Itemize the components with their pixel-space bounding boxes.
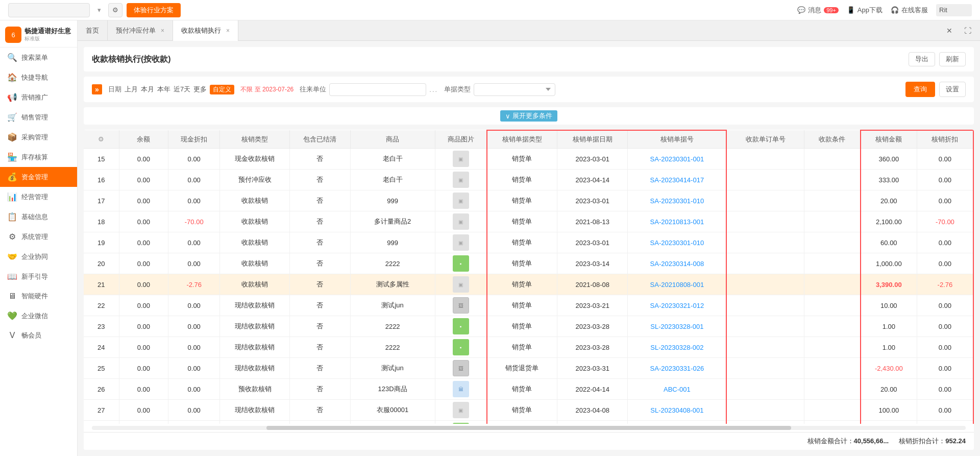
trial-btn[interactable]: 体验行业方案 [127,3,181,17]
date-link-7days[interactable]: 近7天 [174,85,190,94]
sidebar-item-finance[interactable]: 💰 资金管理 [0,167,77,187]
cell-cancel_amount: 60.00 [861,232,917,253]
messages-area[interactable]: 💬 消息 99+ [797,6,839,15]
window-close-btn[interactable]: ✕ [942,23,957,38]
date-custom-btn[interactable]: 自定义 [210,85,234,94]
user-avatar[interactable]: Rit [936,4,972,16]
cell-receipt_order_no [726,379,804,400]
cell-balance: 0.00 [119,316,168,337]
sidebar-item-operation[interactable]: 📊 经营管理 [0,187,77,207]
date-link-this-year[interactable]: 本年 [157,85,170,94]
expand-more-toggle[interactable]: ∨ 展开更多条件 [500,110,557,122]
filter-settings-button[interactable]: 设置 [939,82,966,97]
top-bar-left: ▾ ⚙ 体验行业方案 [8,3,792,17]
tab-prepay[interactable]: 预付冲应付单× [108,20,173,41]
operation-icon: 📊 [7,192,17,202]
cell-cancel_bill_no[interactable]: SA-20230301-010 [628,190,726,211]
main-layout: 6 畅捷通谱好生意 标准版 🔍 搜索菜单 🏠 快捷导航 📢 营销推广 🛒 销售管… [0,20,980,456]
cell-balance: 0.00 [119,358,168,379]
cell-receipt_order_no [726,170,804,190]
unit-dots[interactable]: ... [429,86,438,93]
date-link-last-month[interactable]: 上月 [125,85,138,94]
cell-balance: 0.00 [119,211,168,232]
refresh-button[interactable]: 刷新 [939,52,966,66]
cell-cancel_bill_no[interactable]: SA-20210808-001 [628,274,726,295]
date-link-this-month[interactable]: 本月 [141,85,154,94]
unit-input[interactable] [329,83,426,96]
sidebar-item-nav[interactable]: 🏠 快捷导航 [0,67,77,87]
sidebar-item-marketing[interactable]: 📢 营销推广 [0,87,77,107]
tab-collection[interactable]: 收款核销执行× [173,20,238,41]
tab-close-prepay[interactable]: × [161,27,164,34]
export-button[interactable]: 导出 [909,52,935,66]
sidebar-item-corp[interactable]: 🤝 企业协同 [0,247,77,267]
cell-cancel_bill_no[interactable]: SA-20230321-012 [628,295,726,316]
sidebar-item-system[interactable]: ⚙ 系统管理 [0,227,77,247]
date-range-text: 不限 至 2023-07-26 [240,85,293,94]
cell-cancel_bill_no[interactable]: SA-20230301-010 [628,232,726,253]
table-row: 240.000.00现结收款核销否2222▪销货单2023-03-28SL-20… [84,337,973,358]
cell-receipt_order_no [726,400,804,421]
cell-cancel_amount: 20.00 [861,190,917,211]
user-label: Rit [939,6,947,14]
cell-cancel_bill_no[interactable]: SL-20230328-002 [628,337,726,358]
cell-cancel_bill_type: 销货单 [487,421,557,424]
sidebar-item-inventory[interactable]: 🏪 库存核算 [0,147,77,167]
cell-balance: 0.00 [119,337,168,358]
cell-receipt_condition [804,316,861,337]
cell-cancel_amount: 2,100.00 [861,211,917,232]
unit-label: 往来单位 [300,85,326,94]
sidebar-item-guide[interactable]: 📖 新手引导 [0,267,77,286]
app-download-area[interactable]: 📱 App下载 [847,6,883,15]
main-area: 首页预付冲应付单×收款核销执行× ✕ ⛶ 收款核销执行(按收款) 导出 刷新 »… [78,20,980,456]
scrollbar[interactable] [92,426,966,430]
cell-receipt_order_no [726,316,804,337]
sidebar-item-member[interactable]: V 畅会员 [0,326,77,345]
online-service-area[interactable]: 🎧 在线客服 [891,6,928,15]
unit-filter: 往来单位 ... [300,83,438,96]
cell-cancel_discount: -2.76 [917,274,973,295]
cell-receipt_condition [804,211,861,232]
sidebar-item-purchase[interactable]: 📦 采购管理 [0,127,77,147]
cell-cancel_bill_no[interactable]: SA-20230314-008 [628,253,726,274]
tab-close-collection[interactable]: × [226,27,230,34]
table-container: ⚙余额现金折扣核销类型包含已结清商品商品图片核销单据类型核销单据日期核销单据号收… [84,130,974,450]
cell-cancel_bill_date: 2021-08-08 [557,274,628,295]
sidebar-item-base[interactable]: 📋 基础信息 [0,207,77,227]
cell-goods_img: ▪ [435,316,487,337]
col-header-cancel_bill_no: 核销单据号 [628,130,726,149]
cell-cancel_bill_no[interactable]: SA-20230414-017 [628,170,726,190]
cell-receipt_condition [804,274,861,295]
col-header-balance: 余额 [119,130,168,149]
col-header-goods: 商品 [350,130,435,149]
cell-goods: 多计量商品2 [350,211,435,232]
bill-type-select[interactable] [474,83,555,96]
sidebar-label-search: 搜索菜单 [21,53,48,62]
cell-cancel_bill_no[interactable]: SA-20230331-026 [628,358,726,379]
query-button[interactable]: 查询 [905,82,935,97]
cell-cancel_bill_no[interactable]: SA-20230301-001 [628,149,726,170]
cell-cash_discount: 0.00 [168,421,220,424]
cell-cancel_bill_no[interactable]: ABC-001 [628,379,726,400]
cell-balance: 0.00 [119,190,168,211]
cell-cancel_bill_no[interactable]: SA-20210813-001 [628,211,726,232]
sidebar-item-search[interactable]: 🔍 搜索菜单 [0,47,77,67]
expand-more-label: 展开更多条件 [512,111,552,121]
settings-button[interactable]: ⚙ [108,3,122,17]
window-maximize-btn[interactable]: ⛶ [961,23,975,38]
sidebar-item-sales[interactable]: 🛒 销售管理 [0,107,77,127]
date-link-more[interactable]: 更多 [193,85,207,94]
system-icon: ⚙ [7,232,17,242]
filter-actions: 查询 设置 [905,82,966,97]
table-wrapper[interactable]: ⚙余额现金折扣核销类型包含已结清商品商品图片核销单据类型核销单据日期核销单据号收… [84,130,974,424]
sidebar-item-hardware[interactable]: 🖥 智能硬件 [0,286,77,306]
cell-cancel_bill_no[interactable]: SL-20230408-001 [628,400,726,421]
expand-button[interactable]: » [92,84,102,94]
cell-cancel_bill_no[interactable]: SL-20230418-001 [628,421,726,424]
sidebar-item-wechat[interactable]: 💚 企业微信 [0,306,77,326]
cell-cancel_bill_no[interactable]: SL-20230328-001 [628,316,726,337]
page-header: 收款核销执行(按收款) 导出 刷新 [84,47,974,71]
tab-home[interactable]: 首页 [78,20,108,41]
cell-cancel_discount: 0.00 [917,316,973,337]
dropdown-arrow[interactable]: ▾ [94,6,104,14]
